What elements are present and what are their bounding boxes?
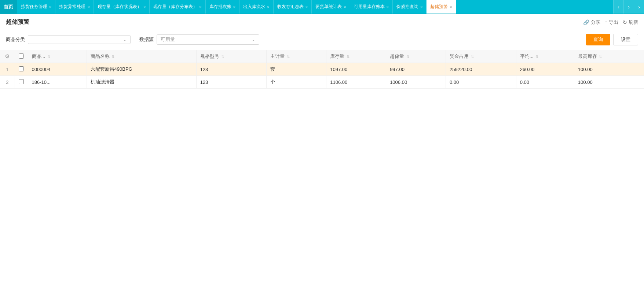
nav-order-stats-close[interactable]: × xyxy=(344,5,346,9)
cell-spec: 123 xyxy=(196,76,267,89)
table-row: 10000004六配套新昌490BPG123套1097.00997.002592… xyxy=(0,63,644,76)
th-overstock[interactable]: 超储量 ⇅ xyxy=(386,50,446,63)
nav-overstock-close[interactable]: × xyxy=(450,5,452,9)
cell-product-code: 186-10... xyxy=(28,76,87,89)
th-unit[interactable]: 主计量 ⇅ xyxy=(267,50,326,63)
datasource-select-arrow-icon: ⌄ xyxy=(252,37,255,42)
nav-summary-label: 收发存汇总表 xyxy=(277,4,304,10)
cell-overstock: 1006.00 xyxy=(386,76,446,89)
nav-batch-close[interactable]: × xyxy=(233,5,235,9)
query-button[interactable]: 查询 xyxy=(586,34,610,45)
export-label: 导出 xyxy=(609,19,618,26)
cell-checkbox[interactable] xyxy=(15,63,28,76)
nav-inout[interactable]: 出入库流水 × xyxy=(239,0,273,14)
th-max-stock-sort-icon[interactable]: ⇅ xyxy=(599,55,602,59)
cell-avg: 0.00 xyxy=(516,76,574,89)
th-overstock-sort-icon[interactable]: ⇅ xyxy=(406,55,409,59)
th-settings[interactable]: ⚙ xyxy=(0,50,15,63)
home-label: 首页 xyxy=(4,4,13,10)
row-checkbox[interactable] xyxy=(19,79,24,84)
th-product-name[interactable]: 商品名称 ⇅ xyxy=(87,50,196,63)
th-capital-sort-icon[interactable]: ⇅ xyxy=(471,55,474,59)
nav-exception-close[interactable]: × xyxy=(87,5,89,9)
nav-task-mgmt[interactable]: 拣货任务管理 × xyxy=(17,0,55,14)
category-select[interactable]: ⌄ xyxy=(28,35,131,44)
nav-task-mgmt-close[interactable]: × xyxy=(49,5,51,9)
category-filter-group: 商品分类 ⌄ xyxy=(6,35,131,44)
nav-summary-close[interactable]: × xyxy=(305,5,308,9)
cell-capital: 259220.00 xyxy=(446,63,516,76)
page-content: 超储预警 🔗 分享 ↑ 导出 ↻ 刷新 商品分类 ⌄ 数据源 xyxy=(0,14,644,293)
nav-expiry-label: 保质期查询 xyxy=(396,4,418,10)
filter-buttons: 查询 设置 xyxy=(586,34,638,45)
nav-more-button[interactable]: › xyxy=(634,0,644,14)
data-table: ⚙ 商品... ⇅ 商品名称 ⇅ 规格型号 ⇅ xyxy=(0,50,644,89)
th-stock[interactable]: 库存量 ⇅ xyxy=(326,50,386,63)
datasource-filter-label: 数据源 xyxy=(139,36,154,43)
th-unit-sort-icon[interactable]: ⇅ xyxy=(287,55,290,59)
th-spec[interactable]: 规格型号 ⇅ xyxy=(196,50,267,63)
nav-inout-close[interactable]: × xyxy=(267,5,269,9)
share-button[interactable]: 🔗 分享 xyxy=(583,19,600,26)
th-spec-sort-icon[interactable]: ⇅ xyxy=(221,55,224,59)
share-label: 分享 xyxy=(591,19,600,26)
table-row: 2186-10...机油滤清器123个1106.001006.000.000.0… xyxy=(0,76,644,89)
nav-stock-status-close[interactable]: × xyxy=(143,5,146,9)
nav-overstock-label: 超储预警 xyxy=(430,4,448,10)
cell-overstock: 997.00 xyxy=(386,63,446,76)
header-actions: 🔗 分享 ↑ 导出 ↻ 刷新 xyxy=(583,19,638,26)
nav-stock-dist-close[interactable]: × xyxy=(199,5,201,9)
th-product-code[interactable]: 商品... ⇅ xyxy=(28,50,87,63)
page-header: 超储预警 🔗 分享 ↑ 导出 ↻ 刷新 xyxy=(0,14,644,29)
nav-overstock[interactable]: 超储预警 × xyxy=(427,0,456,14)
th-product-name-sort-icon[interactable]: ⇅ xyxy=(111,55,114,59)
cell-stock: 1097.00 xyxy=(326,63,386,76)
th-stock-sort-icon[interactable]: ⇅ xyxy=(347,55,350,59)
th-avg[interactable]: 平均... ⇅ xyxy=(516,50,574,63)
th-avg-sort-icon[interactable]: ⇅ xyxy=(535,55,538,59)
datasource-select[interactable]: 可用量 ⌄ xyxy=(157,34,259,45)
th-stock-label: 库存量 xyxy=(330,53,344,59)
nav-summary[interactable]: 收发存汇总表 × xyxy=(274,0,312,14)
column-settings-icon[interactable]: ⚙ xyxy=(5,53,10,59)
nav-batch[interactable]: 库存批次账 × xyxy=(206,0,239,14)
nav-task-mgmt-label: 拣货任务管理 xyxy=(21,4,47,10)
th-capital[interactable]: 资金占用 ⇅ xyxy=(446,50,516,63)
cell-index: 2 xyxy=(0,76,15,89)
nav-available-stock[interactable]: 可用量库存账本 × xyxy=(350,0,393,14)
cell-checkbox[interactable] xyxy=(15,76,28,89)
th-checkbox[interactable] xyxy=(15,50,28,63)
settings-button[interactable]: 设置 xyxy=(613,34,638,45)
cell-spec: 123 xyxy=(196,63,267,76)
cell-max-stock: 100.00 xyxy=(574,63,644,76)
nav-stock-dist-label: 现存量（库存分布表） xyxy=(153,4,197,10)
th-product-code-sort-icon[interactable]: ⇅ xyxy=(47,55,50,59)
nav-prev-button[interactable]: ‹ xyxy=(613,0,623,14)
table-body: 10000004六配套新昌490BPG123套1097.00997.002592… xyxy=(0,63,644,89)
cell-max-stock: 100.00 xyxy=(574,76,644,89)
cell-product-name: 机油滤清器 xyxy=(87,76,196,89)
th-max-stock[interactable]: 最高库存 ⇅ xyxy=(574,50,644,63)
nav-available-stock-label: 可用量库存账本 xyxy=(354,4,385,10)
cell-product-code: 0000004 xyxy=(28,63,87,76)
th-product-code-label: 商品... xyxy=(32,53,45,59)
nav-stock-status-label: 现存量（库存状况表） xyxy=(98,4,142,10)
nav-stock-status[interactable]: 现存量（库存状况表） × xyxy=(94,0,150,14)
th-spec-label: 规格型号 xyxy=(200,53,219,59)
th-unit-label: 主计量 xyxy=(270,53,285,59)
nav-home[interactable]: 首页 xyxy=(0,0,17,14)
nav-exception[interactable]: 拣货异常处理 × xyxy=(55,0,94,14)
nav-stock-dist[interactable]: 现存量（库存分布表） × xyxy=(150,0,205,14)
row-checkbox[interactable] xyxy=(19,66,24,71)
export-button[interactable]: ↑ 导出 xyxy=(605,19,618,26)
nav-expiry[interactable]: 保质期查询 × xyxy=(393,0,427,14)
select-all-checkbox[interactable] xyxy=(19,53,24,59)
cell-capital: 0.00 xyxy=(446,76,516,89)
nav-available-stock-close[interactable]: × xyxy=(387,5,389,9)
cell-unit: 套 xyxy=(267,63,326,76)
refresh-button[interactable]: ↻ 刷新 xyxy=(623,19,638,26)
nav-next-button[interactable]: › xyxy=(623,0,634,14)
th-overstock-label: 超储量 xyxy=(390,53,404,59)
nav-expiry-close[interactable]: × xyxy=(420,5,422,9)
nav-order-stats[interactable]: 要货单统计表 × xyxy=(312,0,350,14)
